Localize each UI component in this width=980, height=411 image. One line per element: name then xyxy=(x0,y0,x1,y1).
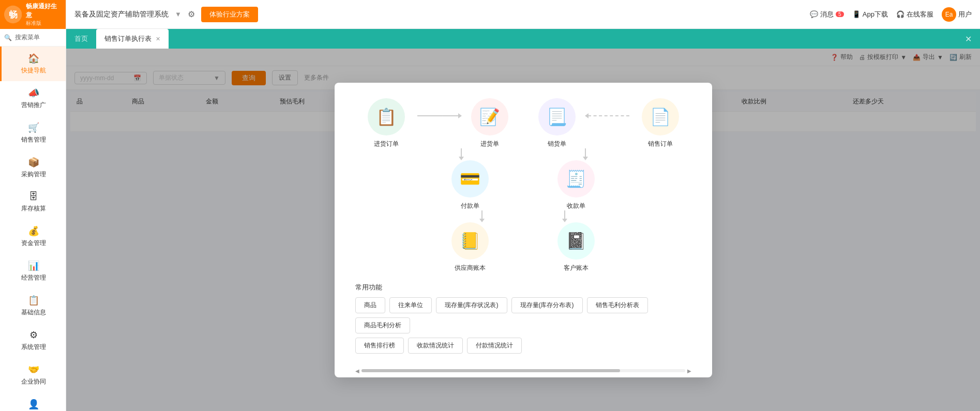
common-btn-inventory-distribution[interactable]: 现存量(库存分布表) xyxy=(511,297,583,313)
sidebar-search[interactable]: 🔍 搜索菜单 xyxy=(0,29,66,47)
common-btn-receipt-stats[interactable]: 收款情况统计 xyxy=(408,338,463,354)
customer-account-icon: 📓 xyxy=(557,222,595,260)
sidebar-item-enterprise[interactable]: 🤝 企业协同 xyxy=(0,358,66,392)
sidebar-item-quick-nav[interactable]: 🏠 快捷导航 xyxy=(0,47,66,81)
sidebar-item-sales[interactable]: 🛒 销售管理 xyxy=(0,116,66,150)
message-btn[interactable]: 💬 消息 5 xyxy=(810,10,844,19)
common-btn-sales-margin[interactable]: 销售毛利分析表 xyxy=(587,297,648,313)
close-all-tabs-btn[interactable]: ✕ xyxy=(965,34,972,44)
experience-btn[interactable]: 体验行业方案 xyxy=(201,7,258,22)
tabbar: 首页 销售订单执行表 ✕ ✕ xyxy=(66,29,980,49)
search-icon: 🔍 xyxy=(4,34,12,41)
purchase-bill-icon: 📝 xyxy=(471,98,508,135)
flow-node-payment[interactable]: 💳 付款单 xyxy=(439,160,501,210)
sidebar-logo: 畅 畅康通好生意 标准版 xyxy=(0,0,66,29)
message-icon: 💬 xyxy=(810,10,818,18)
inventory-icon: 🗄 xyxy=(29,191,38,202)
common-btn-sales-ranking[interactable]: 销售排行榜 xyxy=(355,338,404,354)
common-btns-row2: 销售排行榜 收款情况统计 付款情况统计 xyxy=(355,338,691,354)
flow-node-receipt[interactable]: 🧾 收款单 xyxy=(545,160,607,210)
flow-node-sales-bill[interactable]: 📃 销货单 xyxy=(526,98,588,148)
marketing-icon: 📣 xyxy=(28,87,39,99)
common-btn-inventory-status[interactable]: 现存量(库存状况表) xyxy=(436,297,507,313)
topbar-arrow: ▼ xyxy=(175,10,182,18)
topbar: 装备及固定资产辅助管理系统 ▼ ⚙ 体验行业方案 💬 消息 5 📱 App下载 … xyxy=(66,0,980,29)
download-icon: 📱 xyxy=(852,10,861,18)
tab-sales-order-exec[interactable]: 销售订单执行表 ✕ xyxy=(96,29,169,49)
svg-text:畅: 畅 xyxy=(9,9,18,20)
message-badge: 5 xyxy=(836,11,844,17)
payment-icon: 💳 xyxy=(451,160,489,197)
scroll-left-btn[interactable]: ◀ xyxy=(355,368,359,374)
sidebar-item-newbie[interactable]: 👤 新手引导 xyxy=(0,392,66,411)
flow-node-sales-order[interactable]: 📄 销售订单 xyxy=(629,98,691,148)
receipt-icon: 🧾 xyxy=(557,160,595,197)
common-functions: 常用功能 商品 往来单位 现存量(库存状况表) 现存量(库存分布表) 销售毛利分… xyxy=(335,283,712,364)
flow-section: 📋 进货订单 📝 xyxy=(335,83,712,283)
sidebar-item-system[interactable]: ⚙ 系统管理 xyxy=(0,323,66,358)
tab-home[interactable]: 首页 xyxy=(66,29,96,49)
sales-bill-icon: 📃 xyxy=(538,98,576,135)
scroll-right-btn[interactable]: ▶ xyxy=(687,368,691,374)
flow-node-purchase-bill[interactable]: 📝 进货单 xyxy=(459,98,521,148)
common-title: 常用功能 xyxy=(355,283,691,292)
sidebar-item-operation[interactable]: 📊 经营管理 xyxy=(0,254,66,288)
system-title: 装备及固定资产辅助管理系统 xyxy=(74,10,169,19)
topbar-right: 💬 消息 5 📱 App下载 🎧 在线客服 Ea 用户 xyxy=(810,7,972,22)
flow-modal: 📋 进货订单 📝 xyxy=(335,83,712,377)
common-btn-goods-margin[interactable]: 商品毛利分析 xyxy=(355,317,410,333)
sidebar-item-purchase[interactable]: 📦 采购管理 xyxy=(0,150,66,185)
app-download-btn[interactable]: 📱 App下载 xyxy=(852,10,888,19)
modal-overlay: 📋 进货订单 📝 xyxy=(66,49,980,411)
operation-icon: 📊 xyxy=(28,260,39,271)
sidebar-item-marketing[interactable]: 📣 营销推广 xyxy=(0,81,66,116)
user-menu[interactable]: Ea 用户 xyxy=(942,7,972,22)
sidebar-item-finance[interactable]: 💰 资金管理 xyxy=(0,219,66,254)
home-icon: 🏠 xyxy=(28,53,39,64)
settings-icon[interactable]: ⚙ xyxy=(188,9,195,19)
finance-icon: 💰 xyxy=(28,225,39,237)
flow-node-supplier-account[interactable]: 📒 供应商账本 xyxy=(439,222,501,272)
common-btns: 商品 往来单位 现存量(库存状况表) 现存量(库存分布表) 销售毛利分析表 商品… xyxy=(355,297,691,333)
common-btn-payment-stats[interactable]: 付款情况统计 xyxy=(467,338,522,354)
newbie-icon: 👤 xyxy=(28,399,39,410)
purchase-icon: 📦 xyxy=(28,157,39,168)
scrollbar-thumb[interactable] xyxy=(361,369,621,372)
system-icon: ⚙ xyxy=(29,329,38,341)
purchase-order-icon: 📋 xyxy=(368,98,405,135)
common-btn-goods[interactable]: 商品 xyxy=(355,297,385,313)
user-avatar: Ea xyxy=(942,7,956,22)
common-btn-counterpart[interactable]: 往来单位 xyxy=(389,297,432,313)
service-icon: 🎧 xyxy=(896,10,904,18)
online-service-btn[interactable]: 🎧 在线客服 xyxy=(896,10,933,19)
enterprise-icon: 🤝 xyxy=(28,364,39,375)
basic-icon: 📋 xyxy=(28,295,39,306)
sidebar-item-inventory[interactable]: 🗄 库存核算 xyxy=(0,185,66,219)
sales-icon: 🛒 xyxy=(28,122,39,133)
sidebar-item-basic[interactable]: 📋 基础信息 xyxy=(0,288,66,323)
flow-node-customer-account[interactable]: 📓 客户账本 xyxy=(545,222,607,272)
modal-scrollbar: ◀ ▶ xyxy=(335,364,712,377)
sales-order-icon: 📄 xyxy=(642,98,679,135)
flow-node-purchase-order[interactable]: 📋 进货订单 xyxy=(355,98,417,148)
logo-text: 畅康通好生意 标准版 xyxy=(26,2,62,27)
supplier-account-icon: 📒 xyxy=(451,222,489,260)
sidebar-nav: 🏠 快捷导航 📣 营销推广 🛒 销售管理 📦 采购管理 🗄 库存核算 💰 xyxy=(0,47,66,411)
scrollbar-track xyxy=(361,369,685,372)
logo-icon: 畅 xyxy=(4,5,22,24)
content-area: ❓ 帮助 🖨 按模板打印 ▼ 📤 导出 ▼ 🔄 刷新 xyxy=(66,49,980,411)
tab-close-icon[interactable]: ✕ xyxy=(156,36,160,42)
